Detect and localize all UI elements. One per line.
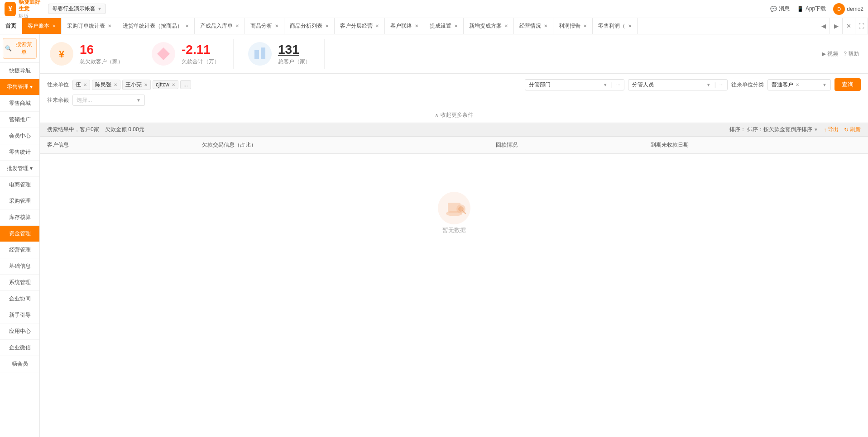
tab-business-status[interactable]: 经营情况 ✕ — [514, 18, 553, 34]
unit-tag-more[interactable]: ... — [180, 80, 191, 89]
results-summary: 搜索结果中，客户0家 欠款金额 0.00元 — [47, 126, 144, 133]
nav-tabs: 首页 客户账本 ✕ 采购订单统计表 ✕ 进货单统计表（按商品） ✕ 产成品入库单… — [0, 18, 868, 34]
close-icon[interactable]: ✕ — [454, 24, 458, 28]
sidebar-item-capital-mgmt[interactable]: 资金管理 — [0, 226, 39, 242]
stat-total-customers-label: 总客户（家） — [278, 58, 311, 66]
close-icon[interactable]: ✕ — [325, 24, 329, 28]
stat-icon-diamond — [151, 41, 176, 66]
sidebar-item-retail-stats[interactable]: 零售统计 — [0, 144, 39, 161]
tab-customer-capital[interactable]: 客户账本 ✕ — [22, 18, 62, 34]
account-selector[interactable]: 母婴行业演示帐套 ▼ — [48, 4, 106, 14]
sidebar-item-member-center[interactable]: 会员中心 — [0, 128, 39, 144]
empty-text: 暂无数据 — [442, 226, 466, 234]
sidebar-item-marketing[interactable]: 营销推广 — [0, 112, 39, 128]
balance-selector[interactable]: 选择... ▼ — [72, 95, 145, 106]
stat-total-customers-number: 131 — [278, 42, 311, 57]
svg-point-4 — [248, 42, 272, 66]
close-icon[interactable]: ✕ — [52, 24, 56, 28]
tab-cost-stock[interactable]: 产成品入库单 ✕ — [195, 18, 245, 34]
close-icon[interactable]: ✕ — [628, 24, 632, 28]
collapse-button[interactable]: ∧ 收起更多条件 — [47, 109, 861, 123]
stat-debt-amount: -2.11 欠款合计（万） — [151, 39, 234, 69]
remove-unit-type-tag[interactable]: ✕ — [796, 82, 799, 87]
data-table: 客户信息 欠款交易信息（占比） 回款情况 到期未收款日期 — [40, 137, 868, 271]
sidebar-item-member-plus[interactable]: 畅会员 — [0, 356, 39, 372]
remove-unit-tag-wu[interactable]: ✕ — [83, 82, 87, 87]
tab-stock-stats[interactable]: 进货单统计表（按商品） ✕ — [117, 18, 195, 34]
tab-customer-contact[interactable]: 客户联络 ✕ — [385, 18, 424, 34]
main-layout: 🔍 搜索菜单 快捷导航 零售管理 ▾ 零售商城 营销推广 会员中心 零售统计 批… — [0, 34, 868, 437]
close-all-tabs-button[interactable]: ✕ — [843, 18, 855, 34]
sidebar: 🔍 搜索菜单 快捷导航 零售管理 ▾ 零售商城 营销推广 会员中心 零售统计 批… — [0, 34, 40, 437]
sidebar-item-batch-mgmt[interactable]: 批发管理 ▾ — [0, 161, 39, 177]
remove-unit-tag-wang[interactable]: ✕ — [144, 82, 148, 87]
export-button[interactable]: ↑ 导出 — [824, 126, 839, 133]
sidebar-item-operations-mgmt[interactable]: 经营管理 — [0, 242, 39, 258]
empty-row: 暂无数据 — [40, 154, 868, 271]
close-icon[interactable]: ✕ — [235, 24, 239, 28]
tab-retail-profit[interactable]: 零售利润（ ✕ — [593, 18, 638, 34]
sidebar-item-retail-mgmt[interactable]: 零售管理 ▾ — [0, 79, 39, 95]
user-profile[interactable]: D demo2 — [833, 3, 863, 15]
sidebar-item-new-user-guide[interactable]: 新手引导 — [0, 307, 39, 323]
stat-debt-customers-number: 16 — [80, 42, 123, 57]
video-button[interactable]: ▶ 视频 — [822, 50, 838, 58]
person-selector[interactable]: 分管人员 ▼ | ··· — [628, 79, 728, 90]
sidebar-item-ecommerce[interactable]: 电商管理 — [0, 177, 39, 193]
sidebar-item-quick-nav[interactable]: 快捷导航 — [0, 63, 39, 79]
stat-debt-customers: ¥ 16 总欠款客户（家） — [49, 39, 137, 69]
stat-debt-amount-label: 欠款合计（万） — [182, 58, 220, 66]
refresh-button[interactable]: ↻ 刷新 — [844, 126, 861, 133]
unit-tag-wu[interactable]: 伍 ✕ — [72, 80, 90, 90]
unit-type-selector[interactable]: 普通客户 ✕ ▼ — [767, 79, 831, 90]
search-menu-button[interactable]: 🔍 搜索菜单 — [3, 38, 37, 59]
play-icon: ▶ — [822, 51, 826, 57]
close-icon[interactable]: ✕ — [504, 24, 508, 28]
prev-tab-button[interactable]: ◀ — [817, 18, 830, 34]
unit-type-tag[interactable]: 普通客户 ✕ — [772, 81, 799, 89]
remove-unit-tag-cjttcw[interactable]: ✕ — [172, 82, 175, 87]
maximize-button[interactable]: ⛶ — [855, 18, 868, 34]
close-icon[interactable]: ✕ — [108, 24, 111, 28]
sidebar-item-enterprise-collab[interactable]: 企业协同 — [0, 291, 39, 307]
app-download-button[interactable]: 📱 App下载 — [797, 5, 826, 13]
sidebar-item-system-mgmt[interactable]: 系统管理 — [0, 275, 39, 291]
unit-tag-chen[interactable]: 陈民强 ✕ — [92, 80, 120, 90]
sidebar-item-app-center[interactable]: 应用中心 — [0, 323, 39, 340]
query-button[interactable]: 查询 — [834, 78, 861, 91]
close-icon[interactable]: ✕ — [544, 24, 547, 28]
svg-rect-6 — [261, 48, 265, 59]
unit-tag-wang[interactable]: 王小亮 ✕ — [122, 80, 151, 90]
dept-selector[interactable]: 分管部门 ▼ | ··· — [525, 79, 624, 90]
tab-promotion-settings[interactable]: 提成设置 ✕ — [424, 18, 464, 34]
person-chevron-icon: ▼ — [706, 82, 711, 87]
tab-product-analysis-list[interactable]: 商品分析列表 ✕ — [284, 18, 335, 34]
sidebar-item-stock-check[interactable]: 库存核算 — [0, 209, 39, 226]
sidebar-item-purchase[interactable]: 采购管理 — [0, 193, 39, 209]
close-icon[interactable]: ✕ — [415, 24, 418, 28]
messages-button[interactable]: 💬 消息 — [770, 5, 790, 13]
tab-customer-tier[interactable]: 客户分层经营 ✕ — [335, 18, 385, 34]
tab-new-promotion[interactable]: 新增提成方案 ✕ — [464, 18, 514, 34]
sort-selector[interactable]: 排序： 排序：按欠款金额倒序排序 ▼ — [729, 126, 818, 133]
svg-text:¥: ¥ — [59, 48, 65, 60]
chevron-right-icon: ▾ — [30, 165, 33, 171]
unit-tag-cjttcw[interactable]: cjttcw ✕ — [153, 80, 178, 89]
unit-filter-label: 往来单位 — [47, 81, 69, 89]
remove-unit-tag-chen[interactable]: ✕ — [114, 82, 117, 87]
sidebar-item-retail-mall[interactable]: 零售商城 — [0, 95, 39, 112]
close-icon[interactable]: ✕ — [583, 24, 587, 28]
col-customer-info: 客户信息 — [40, 137, 195, 154]
next-tab-button[interactable]: ▶ — [830, 18, 843, 34]
help-button[interactable]: ? 帮助 — [844, 50, 859, 58]
sidebar-item-basic-info[interactable]: 基础信息 — [0, 258, 39, 275]
tab-purchase-order[interactable]: 采购订单统计表 ✕ — [62, 18, 117, 34]
tab-product-analysis[interactable]: 商品分析 ✕ — [245, 18, 284, 34]
table-container: 客户信息 欠款交易信息（占比） 回款情况 到期未收款日期 — [40, 137, 868, 437]
tab-profit-report[interactable]: 利润报告 ✕ — [553, 18, 593, 34]
sidebar-item-enterprise-wechat[interactable]: 企业微信 — [0, 340, 39, 356]
close-icon[interactable]: ✕ — [185, 24, 189, 28]
tab-home[interactable]: 首页 — [0, 18, 22, 34]
close-icon[interactable]: ✕ — [275, 24, 278, 28]
close-icon[interactable]: ✕ — [375, 24, 379, 28]
